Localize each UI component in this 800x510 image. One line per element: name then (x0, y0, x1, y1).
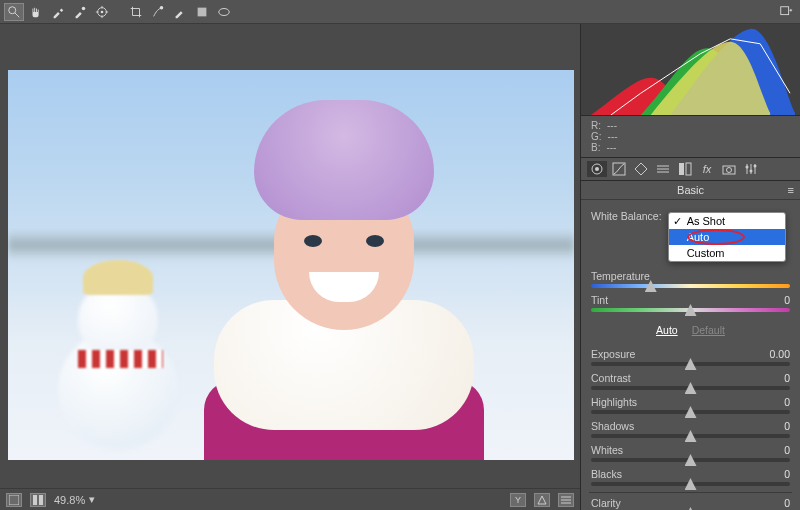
tab-basic-icon[interactable] (587, 161, 607, 177)
svg-point-20 (595, 167, 599, 171)
exposure-value: 0.00 (754, 348, 790, 360)
gradient-rect-tool[interactable] (192, 3, 212, 21)
white-balance-menu: ✓As Shot Auto Custom (668, 212, 786, 262)
svg-rect-14 (33, 495, 37, 505)
highlights-label: Highlights (591, 396, 637, 408)
crop-tool[interactable] (126, 3, 146, 21)
radial-tool[interactable] (214, 3, 234, 21)
panel-menu-icon[interactable]: ≡ (788, 184, 794, 196)
svg-point-32 (746, 166, 749, 169)
shadows-slider[interactable] (591, 434, 790, 438)
tab-camera-icon[interactable] (719, 161, 739, 177)
svg-point-9 (160, 5, 164, 9)
whites-label: Whites (591, 444, 623, 456)
blacks-value: 0 (754, 468, 790, 480)
status-bar: 49.8% ▾ Y (0, 488, 580, 510)
image-viewport[interactable] (0, 24, 580, 488)
zoom-readout[interactable]: 49.8% ▾ (54, 493, 95, 506)
wb-option-as-shot[interactable]: ✓As Shot (669, 213, 785, 229)
wb-option-custom[interactable]: Custom (669, 245, 785, 261)
whites-slider[interactable] (591, 458, 790, 462)
svg-rect-13 (9, 495, 19, 505)
contrast-slider[interactable] (591, 386, 790, 390)
panel-tabs: fx (581, 157, 800, 181)
view-compare-toggle[interactable] (30, 493, 46, 507)
exposure-label: Exposure (591, 348, 635, 360)
tab-curve-icon[interactable] (609, 161, 629, 177)
tab-split-icon[interactable] (675, 161, 695, 177)
exposure-slider[interactable] (591, 362, 790, 366)
svg-point-34 (754, 165, 757, 168)
auto-link[interactable]: Auto (656, 324, 678, 336)
highlights-slider[interactable] (591, 410, 790, 414)
main-toolbar (0, 0, 800, 24)
histogram[interactable] (581, 24, 800, 116)
blacks-label: Blacks (591, 468, 622, 480)
shadows-value: 0 (754, 420, 790, 432)
clarity-label: Clarity (591, 497, 621, 509)
svg-rect-25 (679, 163, 684, 175)
view-options-icon[interactable] (558, 493, 574, 507)
tint-slider[interactable] (591, 308, 790, 312)
photo-snowman (48, 260, 188, 450)
g-label: G: (591, 131, 602, 142)
clarity-value: 0 (754, 497, 790, 509)
clipping-shadow-toggle[interactable]: Y (510, 493, 526, 507)
r-label: R: (591, 120, 601, 131)
view-grid-toggle[interactable] (6, 493, 22, 507)
hand-tool[interactable] (26, 3, 46, 21)
wb-option-auto[interactable]: Auto (669, 229, 785, 245)
spot-removal-tool[interactable] (148, 3, 168, 21)
white-balance-label: White Balance: (591, 210, 662, 222)
svg-line-1 (15, 12, 19, 16)
contrast-value: 0 (754, 372, 790, 384)
svg-rect-10 (198, 7, 207, 16)
svg-rect-12 (781, 6, 789, 14)
svg-point-0 (9, 6, 16, 13)
tool-group (4, 3, 234, 21)
contrast-label: Contrast (591, 372, 631, 384)
white-balance-eyedropper-tool[interactable] (48, 3, 68, 21)
zoom-tool[interactable] (4, 3, 24, 21)
open-object-button[interactable] (776, 3, 796, 21)
svg-point-28 (727, 168, 732, 173)
panel-title-text: Basic (677, 184, 704, 196)
g-value: --- (608, 131, 618, 142)
photo-preview (8, 70, 574, 460)
tab-hsl-icon[interactable] (653, 161, 673, 177)
basic-panel-body: White Balance: ✓As Shot Auto Custom Temp… (581, 200, 800, 510)
canvas-area: 49.8% ▾ Y (0, 24, 581, 510)
svg-point-33 (750, 170, 753, 173)
app-root: 49.8% ▾ Y R:--- (0, 0, 800, 510)
b-label: B: (591, 142, 600, 153)
right-panel: R:--- G:--- B:--- fx Basic ≡ Whi (581, 24, 800, 510)
default-link[interactable]: Default (692, 324, 725, 336)
shadows-label: Shadows (591, 420, 634, 432)
whites-value: 0 (754, 444, 790, 456)
tab-fx-icon[interactable]: fx (697, 161, 717, 177)
temperature-label: Temperature (591, 270, 650, 282)
svg-point-4 (101, 10, 104, 13)
blacks-slider[interactable] (591, 482, 790, 486)
svg-rect-15 (39, 495, 43, 505)
svg-point-2 (82, 6, 86, 10)
chevron-down-icon[interactable]: ▾ (89, 493, 95, 506)
main-area: 49.8% ▾ Y R:--- (0, 24, 800, 510)
b-value: --- (606, 142, 616, 153)
color-sampler-tool[interactable] (70, 3, 90, 21)
tint-value: 0 (754, 294, 790, 306)
temperature-slider[interactable] (591, 284, 790, 288)
svg-rect-26 (686, 163, 691, 175)
zoom-value: 49.8% (54, 494, 85, 506)
rgb-readout: R:--- G:--- B:--- (581, 116, 800, 157)
targeted-adjust-tool[interactable] (92, 3, 112, 21)
brush-tool[interactable] (170, 3, 190, 21)
photo-subject (194, 100, 494, 460)
tab-detail-icon[interactable] (631, 161, 651, 177)
highlights-value: 0 (754, 396, 790, 408)
tab-presets-icon[interactable] (741, 161, 761, 177)
panel-title: Basic ≡ (581, 181, 800, 200)
clipping-highlight-toggle[interactable] (534, 493, 550, 507)
svg-point-11 (219, 8, 230, 15)
r-value: --- (607, 120, 617, 131)
